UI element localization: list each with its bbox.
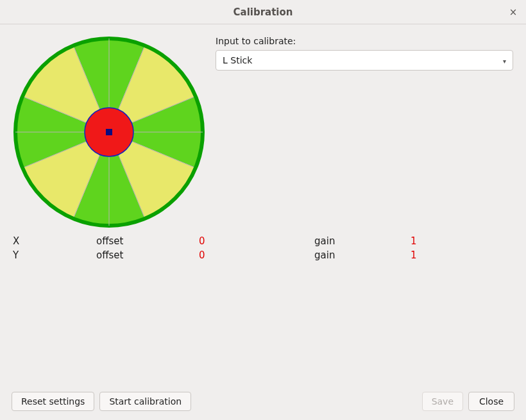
- gain-value: 1: [411, 235, 513, 247]
- close-button[interactable]: Close: [468, 392, 514, 411]
- window-title: Calibration: [233, 6, 293, 18]
- offset-label: offset: [96, 249, 199, 261]
- titlebar: Calibration ×: [0, 0, 526, 24]
- chevron-down-icon: ▾: [503, 58, 506, 65]
- gain-label: gain: [314, 235, 411, 247]
- axis-name: X: [13, 235, 96, 247]
- axes-table: X offset 0 gain 1 Y offset 0 gain 1: [13, 235, 513, 261]
- calibration-wheel: [13, 36, 205, 228]
- input-select[interactable]: L Stick ▾: [216, 50, 513, 71]
- input-select-value: L Stick: [223, 55, 252, 65]
- button-row: Reset settings Start calibration Save Cl…: [0, 385, 526, 420]
- gain-label: gain: [314, 249, 411, 261]
- close-icon[interactable]: ×: [508, 7, 518, 17]
- save-button: Save: [422, 392, 463, 411]
- start-calibration-button[interactable]: Start calibration: [99, 392, 191, 411]
- offset-value: 0: [199, 235, 314, 247]
- stick-cursor: [106, 129, 112, 135]
- offset-label: offset: [96, 235, 199, 247]
- reset-settings-button[interactable]: Reset settings: [12, 392, 94, 411]
- input-to-calibrate-label: Input to calibrate:: [216, 36, 513, 47]
- gain-value: 1: [411, 249, 513, 261]
- axis-name: Y: [13, 249, 96, 261]
- content-area: Input to calibrate: L Stick ▾ X offset 0…: [0, 24, 526, 385]
- offset-value: 0: [199, 249, 314, 261]
